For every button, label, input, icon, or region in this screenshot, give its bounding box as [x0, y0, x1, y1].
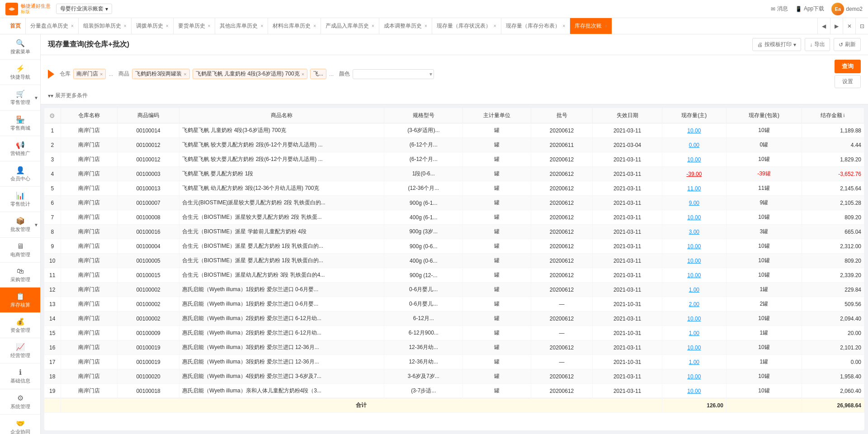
- td-qty-main[interactable]: 1.00: [662, 326, 726, 340]
- td-qty-main[interactable]: 1.00: [662, 355, 726, 369]
- sidebar-item-operation[interactable]: 📈 经营管理: [0, 338, 40, 363]
- message-btn[interactable]: ✉ 消息: [771, 5, 788, 13]
- goods-more-icon[interactable]: ...: [329, 71, 334, 77]
- td-qty-main[interactable]: 3.00: [662, 225, 726, 239]
- goods-filter-tag-more[interactable]: 飞...: [310, 69, 326, 79]
- tab-home[interactable]: 首页: [5, 18, 26, 34]
- tab-close-icon[interactable]: ×: [260, 24, 263, 28]
- tab-inventory-count[interactable]: 分量盘点单历史 ×: [26, 18, 79, 34]
- td-warehouse: 南岸门店: [61, 297, 118, 311]
- tab-material-out[interactable]: 材料出库单历史 ×: [268, 18, 321, 34]
- tab-close-icon[interactable]: ×: [425, 24, 427, 28]
- sidebar-item-mall[interactable]: 🏪 零售商城: [0, 111, 40, 136]
- td-qty-main[interactable]: 10.00: [662, 268, 726, 283]
- td-qty-main[interactable]: 10.00: [662, 340, 726, 355]
- app-download-btn[interactable]: 📱 App下载: [795, 5, 824, 13]
- td-batch: 20200612: [531, 268, 593, 283]
- tab-expand-btn[interactable]: ⊡: [855, 18, 868, 34]
- refresh-btn[interactable]: ↺ 刷新: [834, 38, 861, 51]
- td-qty-main[interactable]: 1.00: [662, 283, 726, 297]
- tab-close-icon[interactable]: ×: [124, 24, 127, 28]
- color-filter-input[interactable]: [353, 69, 434, 79]
- tab-stock-status[interactable]: 现存量（库存状况表） ×: [432, 18, 501, 34]
- td-qty-main[interactable]: 10.00: [662, 123, 726, 138]
- tab-close-icon[interactable]: ×: [71, 24, 74, 28]
- tab-nav-buttons: ◀ ▶ ✕ ⊡: [817, 18, 868, 34]
- sidebar-item-ecommerce[interactable]: 🖥 电商管理: [0, 238, 40, 263]
- sidebar-item-shortcut[interactable]: ⚡ 快捷导航: [0, 60, 40, 85]
- sidebar-item-basic[interactable]: ℹ 基础信息: [0, 363, 40, 389]
- tab-nav-left[interactable]: ◀: [817, 18, 830, 34]
- sidebar-item-inventory[interactable]: 📋 库存核算: [0, 288, 40, 313]
- th-settings[interactable]: ⚙: [44, 108, 61, 123]
- query-btn[interactable]: 查询: [835, 60, 861, 73]
- settings-btn[interactable]: 设置: [835, 75, 861, 88]
- td-qty-main[interactable]: 10.00: [662, 384, 726, 398]
- tab-close-icon[interactable]: ×: [494, 24, 496, 28]
- tab-requisition[interactable]: 要货单历史 ×: [174, 18, 216, 34]
- td-no: 4: [44, 167, 61, 181]
- org-selector[interactable]: 母婴行业演示账套 ▾: [56, 4, 112, 14]
- goods-filter-tag-2[interactable]: 飞鹤星飞帆 儿童奶粉 4段(3-6岁适用) 700克 ×: [193, 69, 307, 79]
- column-settings-icon[interactable]: ⚙: [49, 112, 55, 119]
- td-qty-main[interactable]: 11.00: [662, 181, 726, 196]
- color-dropdown-icon[interactable]: ▾: [429, 71, 432, 77]
- sidebar-item-system[interactable]: ⚙ 系统管理: [0, 389, 40, 415]
- td-qty-main[interactable]: 10.00: [662, 239, 726, 254]
- warehouse-more-icon[interactable]: ...: [108, 71, 113, 77]
- tab-close-icon[interactable]: ×: [166, 24, 169, 28]
- sidebar-item-retail[interactable]: 🛒 零售管理 ▼: [0, 85, 40, 110]
- td-name: 惠氏启能（Wyeth illuma）1段奶粉 爱尔兰进口 0-6月婴...: [179, 283, 384, 297]
- tab-close-btn[interactable]: ✕: [843, 18, 855, 34]
- tab-other-out[interactable]: 其他出库单历史 ×: [215, 18, 268, 34]
- td-expire: 2021-03-11: [593, 152, 662, 167]
- sidebar-item-marketing[interactable]: 📢 营销推广: [0, 136, 40, 161]
- td-qty-main[interactable]: 10.00: [662, 254, 726, 268]
- td-amount: 2,145.64: [802, 181, 864, 196]
- amount-info-icon[interactable]: ℹ: [843, 113, 845, 118]
- tab-cost-adjust[interactable]: 成本调整单历史 ×: [379, 18, 432, 34]
- td-qty-main[interactable]: 0.00: [662, 138, 726, 152]
- td-code: 00100007: [118, 196, 179, 210]
- goods-tag-2-close-icon[interactable]: ×: [302, 71, 304, 77]
- goods-filter-tag-1[interactable]: 飞鹤奶粉3段两罐装 ×: [132, 69, 189, 79]
- tab-nav-right[interactable]: ▶: [830, 18, 843, 34]
- td-qty-main[interactable]: 10.00: [662, 311, 726, 326]
- tab-assembly[interactable]: 组装拆卸单历史 ×: [79, 18, 132, 34]
- tab-close-icon[interactable]: ×: [372, 24, 374, 28]
- sidebar-item-wholesale[interactable]: 📦 批发管理 ▼: [0, 212, 40, 237]
- template-print-btn[interactable]: 🖨 按模板打印 ▾: [752, 38, 801, 51]
- tab-stock-dist[interactable]: 现存量（库存分布表） ×: [501, 18, 571, 34]
- td-amount: 809.20: [802, 210, 864, 225]
- td-qty-main[interactable]: -39.00: [662, 167, 726, 181]
- tab-product-in[interactable]: 产成品入库单历史 ×: [321, 18, 379, 34]
- td-qty-pkg: 9罐: [726, 196, 802, 210]
- sidebar-item-purchase[interactable]: 🛍 采购管理: [0, 263, 40, 288]
- tab-batch-ledger[interactable]: 库存批次账 ×: [570, 18, 612, 34]
- td-qty-main[interactable]: 9.00: [662, 196, 726, 210]
- td-qty-main[interactable]: 10.00: [662, 369, 726, 384]
- tab-close-icon[interactable]: ×: [563, 24, 566, 28]
- goods-tag-1-close-icon[interactable]: ×: [184, 71, 186, 77]
- tab-close-icon[interactable]: ×: [604, 24, 607, 28]
- expand-more-btn[interactable]: ▾▾ 展开更多条件: [48, 92, 861, 99]
- td-qty-pkg: 1罐: [726, 283, 802, 297]
- user-area[interactable]: Ea demo2: [831, 3, 863, 15]
- export-btn[interactable]: ↓ 导出: [805, 38, 830, 51]
- td-no: 11: [44, 268, 61, 283]
- td-spec: 1段(0-6...: [384, 167, 463, 181]
- tab-close-icon[interactable]: ×: [313, 24, 316, 28]
- tab-close-icon[interactable]: ×: [208, 24, 211, 28]
- td-qty-main[interactable]: 10.00: [662, 152, 726, 167]
- sidebar-item-stats[interactable]: 📊 零售统计: [0, 187, 40, 212]
- sidebar-item-search[interactable]: 🔍 搜索菜单: [0, 34, 40, 60]
- td-qty-main[interactable]: 10.00: [662, 210, 726, 225]
- td-qty-main[interactable]: 2.00: [662, 297, 726, 311]
- warehouse-tag-close-icon[interactable]: ×: [100, 71, 103, 77]
- expand-triangle[interactable]: [48, 70, 54, 79]
- tab-transfer[interactable]: 调拨单历史 ×: [132, 18, 174, 34]
- warehouse-filter-tag[interactable]: 南岸门店 ×: [73, 69, 106, 79]
- sidebar-item-finance[interactable]: 💰 资金管理: [0, 313, 40, 338]
- sidebar-item-member[interactable]: 👤 会员中心: [0, 161, 40, 187]
- sidebar-item-corp[interactable]: 🤝 企业协同: [0, 415, 40, 434]
